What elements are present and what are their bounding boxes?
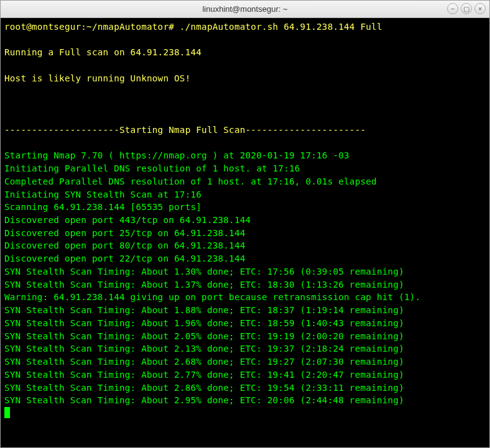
output-line: SYN Stealth Scan Timing: About 2.13% don… xyxy=(4,342,486,355)
output-line: SYN Stealth Scan Timing: About 2.95% don… xyxy=(4,394,486,407)
output-line: SYN Stealth Scan Timing: About 1.37% don… xyxy=(4,278,486,291)
output-line: Initiating SYN Stealth Scan at 17:16 xyxy=(4,188,486,201)
output-line: Warning: 64.91.238.144 giving up on port… xyxy=(4,291,486,304)
output-line: SYN Stealth Scan Timing: About 2.77% don… xyxy=(4,368,486,382)
divider-line: ---------------------Starting Nmap Full … xyxy=(4,124,486,137)
output-line: Starting Nmap 7.70 ( https://nmap.org ) … xyxy=(4,149,486,162)
blank-line xyxy=(4,85,486,98)
blank-line xyxy=(4,98,486,111)
output-line: SYN Stealth Scan Timing: About 1.88% don… xyxy=(4,304,486,317)
window-title: linuxhint@montsegur: ~ xyxy=(202,4,287,14)
output-line: Discovered open port 25/tcp on 64.91.238… xyxy=(4,227,486,240)
output-line: Discovered open port 80/tcp on 64.91.238… xyxy=(4,239,486,252)
output-line: Initiating Parallel DNS resolution of 1 … xyxy=(4,162,486,175)
output-line: SYN Stealth Scan Timing: About 2.68% don… xyxy=(4,355,486,368)
output-line: SYN Stealth Scan Timing: About 2.05% don… xyxy=(4,330,486,343)
minimize-button[interactable]: − xyxy=(447,3,458,14)
output-line: Completed Parallel DNS resolution of 1 h… xyxy=(4,175,486,188)
blank-line xyxy=(4,34,486,47)
blank-line xyxy=(4,111,486,124)
os-header: Host is likely running Unknown OS! xyxy=(4,72,486,85)
cursor-line xyxy=(4,407,486,420)
window-controls: − ▢ × xyxy=(447,3,486,14)
titlebar[interactable]: linuxhint@montsegur: ~ − ▢ × xyxy=(1,1,489,18)
output-line: Discovered open port 443/tcp on 64.91.23… xyxy=(4,214,486,227)
output-line: Scanning 64.91.238.144 [65535 ports] xyxy=(4,201,486,214)
blank-line xyxy=(4,59,486,72)
cursor-icon xyxy=(4,407,10,418)
output-line: Discovered open port 22/tcp on 64.91.238… xyxy=(4,252,486,265)
terminal-window: linuxhint@montsegur: ~ − ▢ × root@montse… xyxy=(0,0,490,448)
output-line: SYN Stealth Scan Timing: About 1.96% don… xyxy=(4,317,486,330)
scan-header: Running a Full scan on 64.91.238.144 xyxy=(4,46,486,59)
terminal-area[interactable]: root@montsegur:~/nmapAutomator# ./nmapAu… xyxy=(1,18,489,447)
maximize-button[interactable]: ▢ xyxy=(461,3,472,14)
prompt-line: root@montsegur:~/nmapAutomator# ./nmapAu… xyxy=(4,21,486,34)
close-button[interactable]: × xyxy=(474,3,486,14)
output-line: SYN Stealth Scan Timing: About 1.30% don… xyxy=(4,265,486,278)
output-line: SYN Stealth Scan Timing: About 2.86% don… xyxy=(4,382,486,395)
blank-line xyxy=(4,137,486,150)
output-lines-container: Starting Nmap 7.70 ( https://nmap.org ) … xyxy=(4,149,486,407)
